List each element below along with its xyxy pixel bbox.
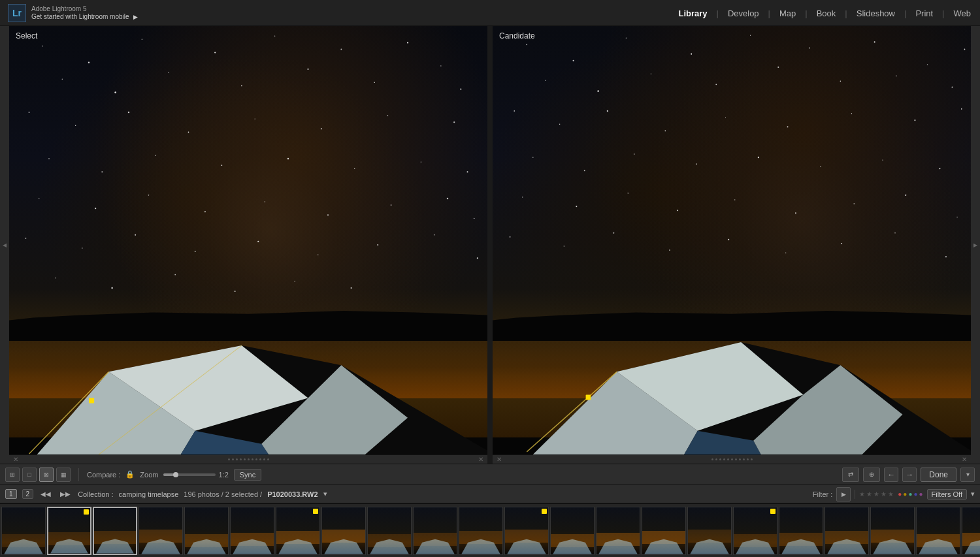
prev-compare-btn[interactable]: ← — [884, 468, 898, 482]
make-select-btn[interactable]: ⊕ — [863, 468, 880, 482]
star-2[interactable]: ★ — [866, 490, 872, 498]
tent-left — [9, 332, 487, 464]
film-thumb[interactable] — [687, 507, 732, 555]
star-4[interactable]: ★ — [881, 490, 887, 498]
left-x-close2[interactable]: ✕ — [478, 456, 483, 463]
collection-prefix: Collection : — [78, 490, 113, 498]
svg-point-14 — [460, 88, 461, 89]
zoom-slider[interactable] — [163, 473, 216, 476]
film-thumb[interactable] — [916, 507, 960, 555]
next-compare-btn[interactable]: → — [902, 468, 917, 482]
nav-library[interactable]: Library — [669, 0, 716, 26]
svg-point-113 — [841, 243, 842, 244]
film-thumb[interactable] — [93, 507, 137, 555]
film-thumb[interactable] — [321, 507, 366, 555]
film-thumb[interactable] — [550, 507, 595, 555]
right-x-close[interactable]: ✕ — [497, 456, 502, 463]
color-filter-purple[interactable]: ● — [919, 490, 923, 498]
svg-point-93 — [696, 163, 697, 165]
compare-view-btn[interactable]: ⊠ — [39, 468, 54, 482]
svg-point-45 — [318, 255, 318, 255]
color-filter-blue[interactable]: ● — [913, 490, 917, 498]
svg-point-4 — [274, 36, 275, 37]
toolbar-right: ⇄ ⊕ ← → Done ▾ — [842, 468, 975, 482]
film-thumb[interactable] — [1, 507, 46, 555]
svg-point-115 — [945, 256, 947, 257]
nav-web[interactable]: Web — [945, 0, 981, 26]
photo-dropdown-arrow[interactable]: ▾ — [323, 490, 327, 498]
svg-point-34 — [204, 211, 206, 212]
top-bar: Lr Adobe Lightroom 5 Get started with Li… — [0, 0, 980, 26]
page-1-btn[interactable]: 1 — [5, 489, 17, 499]
lock-icon[interactable]: 🔒 — [125, 470, 135, 479]
svg-point-87 — [851, 113, 852, 114]
sync-button[interactable]: Sync — [234, 469, 261, 481]
page-2-btn[interactable]: 2 — [22, 489, 34, 499]
film-thumb[interactable] — [459, 507, 503, 555]
filters-off-dropdown[interactable]: Filters Off — [927, 489, 967, 500]
svg-rect-123 — [586, 394, 591, 400]
svg-point-51 — [174, 274, 176, 276]
film-thumb[interactable] — [139, 507, 183, 555]
done-button[interactable]: Done — [921, 468, 956, 482]
select-canvas: ✕ — [9, 26, 487, 464]
right-panel-toggle[interactable] — [971, 26, 980, 464]
film-thumb[interactable] — [779, 507, 823, 555]
svg-point-91 — [584, 170, 585, 171]
prev-page-btn[interactable]: ◀◀ — [39, 490, 53, 498]
left-panel-toggle[interactable] — [0, 26, 9, 464]
film-thumb[interactable] — [276, 507, 320, 555]
photo-name[interactable]: P1020033.RW2 — [267, 490, 318, 498]
nav-map[interactable]: Map — [770, 0, 805, 26]
filmstrip-options-btn[interactable]: ▾ — [960, 468, 975, 482]
svg-point-46 — [377, 244, 378, 246]
svg-point-47 — [434, 234, 435, 236]
filter-dropdown-arrow[interactable]: ▾ — [971, 490, 975, 498]
color-filter-green[interactable]: ● — [908, 490, 912, 498]
nav-print[interactable]: Print — [906, 0, 942, 26]
star-5[interactable]: ★ — [888, 490, 894, 498]
right-x-close2[interactable]: ✕ — [962, 456, 967, 463]
film-thumb[interactable] — [962, 507, 980, 555]
mobile-promo[interactable]: Get started with Lightroom mobile ▶ — [31, 13, 138, 20]
filter-sep — [855, 490, 855, 499]
flag-pick-btn[interactable]: ▶ — [836, 487, 851, 501]
svg-point-89 — [961, 108, 962, 110]
star-3[interactable]: ★ — [874, 490, 879, 498]
swap-select-btn[interactable]: ⇄ — [842, 468, 859, 482]
film-thumb[interactable] — [413, 507, 457, 555]
film-thumb[interactable] — [184, 507, 229, 555]
photo-count: 196 photos / 2 selected / — [184, 490, 262, 498]
color-filter-yellow[interactable]: ● — [903, 490, 907, 498]
svg-point-105 — [905, 195, 906, 196]
film-thumb[interactable] — [47, 507, 91, 555]
svg-point-112 — [785, 252, 786, 253]
star-1[interactable]: ★ — [859, 490, 865, 498]
survey-view-btn[interactable]: ▦ — [56, 468, 71, 482]
svg-point-21 — [387, 115, 388, 116]
nav-slideshow[interactable]: Slideshow — [847, 0, 904, 26]
svg-point-73 — [545, 80, 546, 81]
film-thumb[interactable] — [870, 507, 915, 555]
grid-view-btn[interactable]: ⊞ — [5, 468, 20, 482]
svg-point-54 — [351, 287, 352, 289]
lr-badge: Lr — [8, 4, 26, 22]
color-filter-red[interactable]: ● — [898, 490, 902, 498]
film-thumb[interactable] — [367, 507, 412, 555]
next-page-btn[interactable]: ▶▶ — [58, 490, 73, 498]
film-thumb[interactable] — [825, 507, 869, 555]
film-thumb[interactable] — [596, 507, 640, 555]
nav-develop[interactable]: Develop — [719, 0, 768, 26]
svg-point-69 — [809, 48, 810, 49]
film-thumb[interactable] — [733, 507, 777, 555]
nav-book[interactable]: Book — [808, 0, 845, 26]
panel-divider[interactable] — [487, 26, 493, 464]
left-x-close[interactable]: ✕ — [13, 456, 18, 463]
filmstrip-toolbar: ⊞ □ ⊠ ▦ Compare : 🔒 Zoom 1:2 Sync ⇄ ⊕ ← … — [0, 464, 980, 485]
film-thumb[interactable] — [504, 507, 549, 555]
svg-point-22 — [453, 121, 455, 123]
zoom-ratio: 1:2 — [218, 471, 228, 479]
loupe-view-btn[interactable]: □ — [22, 468, 37, 482]
film-thumb[interactable] — [230, 507, 274, 555]
film-thumb[interactable] — [642, 507, 686, 555]
